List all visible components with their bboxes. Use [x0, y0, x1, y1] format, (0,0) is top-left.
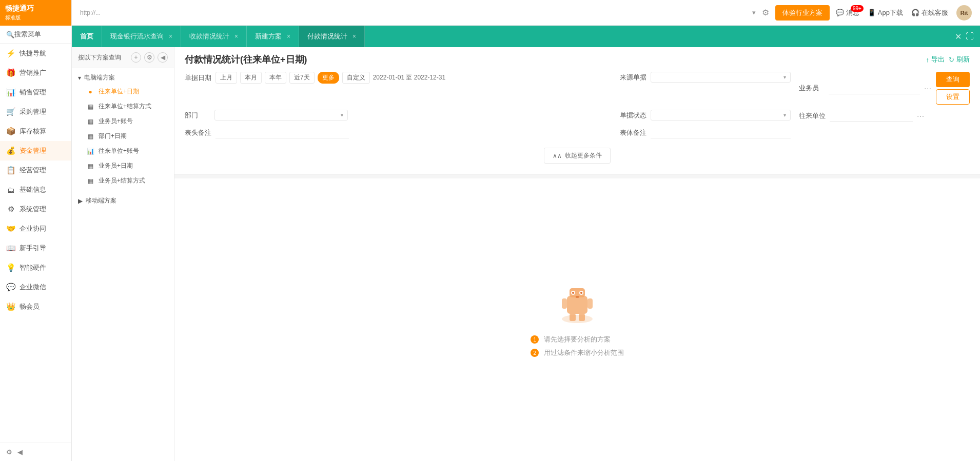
sidebar-item-basic[interactable]: 🗂基础信息	[0, 180, 71, 199]
sidebar-item-system[interactable]: ⚙系统管理	[0, 199, 71, 219]
trial-btn[interactable]: 体验行业方案	[775, 5, 830, 21]
date-custom[interactable]: 自定义	[342, 72, 370, 84]
mobile-group-title[interactable]: ▶ 移动端方案	[72, 194, 174, 207]
settings-btn[interactable]: 设置	[936, 89, 970, 105]
date-prev-month[interactable]: 上月	[215, 72, 237, 84]
source-label: 来源单据	[620, 73, 646, 82]
export-btn[interactable]: ↑ 导出	[926, 55, 945, 64]
topbar-service[interactable]: 🎧 在线客服	[911, 8, 948, 17]
date-cur-year[interactable]: 本年	[265, 72, 286, 84]
desktop-group-title[interactable]: ▾ 电脑端方案	[72, 71, 174, 84]
salesman-input[interactable]	[829, 83, 920, 94]
scheme-item-staff-settlement[interactable]: ▦业务员+结算方式	[72, 173, 174, 188]
refresh-btn[interactable]: ↻ 刷新	[949, 55, 970, 64]
staff-settlement-label: 业务员+结算方式	[99, 176, 145, 185]
tab-receipt-stat[interactable]: 收款情况统计×	[181, 26, 247, 47]
topbar-msg[interactable]: 💬 消息 99+	[836, 8, 859, 17]
sidebar-search[interactable]: 🔍 搜索菜单	[0, 26, 71, 44]
sales-icon: 📊	[6, 88, 15, 97]
tab-label-bank-flow: 现金银行流水查询	[110, 32, 164, 41]
sidebar-item-wechat[interactable]: 💬企业微信	[0, 277, 71, 297]
scheme-item-unit-date[interactable]: ●往来单位+日期	[72, 84, 174, 99]
sidebar-nav: ⚡快捷导航🎁营销推广📊销售管理🛒采购管理📦库存核算💰资金管理📋经营管理🗂基础信息…	[0, 44, 71, 316]
topbar-dropdown-icon[interactable]: ▾	[752, 9, 756, 16]
inventory-label: 库存核算	[19, 127, 46, 136]
date-7days[interactable]: 近7天	[289, 72, 315, 84]
purchase-label: 采购管理	[19, 107, 46, 116]
salesman-col: 业务员 ··· 查询 设置	[799, 72, 970, 105]
headset-icon: 🎧	[911, 9, 919, 16]
wechat-icon: 💬	[6, 283, 15, 292]
sidebar-item-purchase[interactable]: 🛒采购管理	[0, 102, 71, 122]
sidebar-item-enterprise[interactable]: 🤝企业协同	[0, 219, 71, 238]
basic-label: 基础信息	[19, 185, 46, 194]
sidebar-item-member[interactable]: 👑畅会员	[0, 297, 71, 316]
tab-label-new-scheme: 新建方案	[255, 32, 282, 41]
unit-account-icon: 📊	[86, 147, 94, 155]
service-label: 在线客服	[922, 8, 948, 17]
scheme-item-staff-account[interactable]: ▦业务员+账号	[72, 114, 174, 129]
source-select[interactable]: ▾	[651, 72, 791, 83]
scheme-item-staff-date[interactable]: ▦业务员+日期	[72, 158, 174, 173]
topbar-gear-icon[interactable]: ⚙	[762, 8, 769, 17]
logo-sub: 标准版	[5, 14, 34, 22]
filter-row-1: 单据日期 上月 本月 本年 近7天 更多 自定义 2022-01-01 至 20…	[185, 72, 970, 105]
footer-collapse-icon[interactable]: ◀	[17, 448, 23, 456]
collapse-panel-btn[interactable]: ◀	[158, 52, 168, 63]
dept-select[interactable]: ▾	[214, 110, 348, 121]
tab-close-payment-stat[interactable]: ×	[352, 33, 356, 40]
partner-dots[interactable]: ···	[917, 112, 925, 120]
tab-close-bank-flow[interactable]: ×	[169, 33, 172, 40]
system-icon: ⚙	[6, 205, 15, 214]
tab-close-receipt-stat[interactable]: ×	[234, 33, 238, 40]
sidebar-item-operation[interactable]: 📋经营管理	[0, 161, 71, 180]
source-dropdown-icon: ▾	[783, 74, 786, 80]
body-note-input[interactable]	[651, 127, 791, 138]
svg-rect-9	[587, 298, 593, 309]
salesman-dots[interactable]: ···	[924, 84, 932, 92]
tab-payment-stat[interactable]: 付款情况统计×	[299, 26, 365, 47]
tab-close-new-scheme[interactable]: ×	[287, 33, 290, 40]
tip1-text: 请先选择要分析的方案	[544, 335, 611, 343]
empty-illustration: 1 请先选择要分析的方案 2 用过滤条件来缩小分析范围	[531, 280, 624, 359]
avatar[interactable]: Rit	[956, 5, 972, 21]
header-note-input[interactable]	[215, 127, 349, 138]
tab-home[interactable]: 首页	[72, 26, 102, 47]
marketing-icon: 🎁	[6, 68, 15, 77]
svg-rect-8	[562, 298, 567, 309]
sidebar-item-inventory[interactable]: 📦库存核算	[0, 122, 71, 141]
partner-input[interactable]	[830, 110, 913, 122]
date-label: 单据日期	[185, 73, 211, 83]
add-scheme-btn[interactable]: +	[131, 52, 141, 63]
sidebar-item-quick-nav[interactable]: ⚡快捷导航	[0, 44, 71, 63]
content-area: 1 请先选择要分析的方案 2 用过滤条件来缩小分析范围	[174, 178, 980, 461]
sidebar-item-finance[interactable]: 💰资金管理	[0, 141, 71, 161]
scheme-item-unit-settlement[interactable]: ▦往来单位+结算方式	[72, 99, 174, 114]
status-select[interactable]: ▾	[651, 110, 791, 121]
tab-bank-flow[interactable]: 现金银行流水查询×	[102, 26, 181, 47]
close-all-icon[interactable]: ✕	[955, 32, 962, 42]
sidebar-item-hardware[interactable]: 💡智能硬件	[0, 258, 71, 277]
topbar-app[interactable]: 📱 App下载	[868, 8, 903, 17]
scheme-item-unit-account[interactable]: 📊往来单位+账号	[72, 144, 174, 158]
desktop-group-label: 电脑端方案	[84, 73, 115, 82]
tab-new-scheme[interactable]: 新建方案×	[247, 26, 299, 47]
marketing-label: 营销推广	[19, 68, 46, 77]
status-label: 单据状态	[620, 111, 646, 120]
scheme-item-dept-date[interactable]: ▦部门+日期	[72, 129, 174, 144]
sidebar-item-sales[interactable]: 📊销售管理	[0, 83, 71, 102]
scheme-settings-btn[interactable]: ⚙	[144, 52, 154, 63]
query-btn[interactable]: 查询	[936, 72, 970, 87]
dept-col: 部门 ▾	[185, 110, 612, 121]
date-more[interactable]: 更多	[318, 72, 339, 84]
date-cur-month[interactable]: 本月	[240, 72, 262, 84]
sidebar-item-guide[interactable]: 📖新手引导	[0, 238, 71, 258]
source-col: 来源单据 ▾	[620, 72, 791, 83]
collapse-conditions-btn[interactable]: ∧∧ 收起更多条件	[544, 148, 611, 164]
staff-settlement-icon: ▦	[86, 177, 94, 185]
filter-area: 付款情况统计(往来单位+日期) ↑ 导出 ↻ 刷新	[174, 47, 980, 174]
sales-label: 销售管理	[19, 88, 46, 97]
footer-gear-icon[interactable]: ⚙	[6, 448, 12, 456]
sidebar-item-marketing[interactable]: 🎁营销推广	[0, 63, 71, 83]
maximize-icon[interactable]: ⛶	[966, 32, 974, 41]
